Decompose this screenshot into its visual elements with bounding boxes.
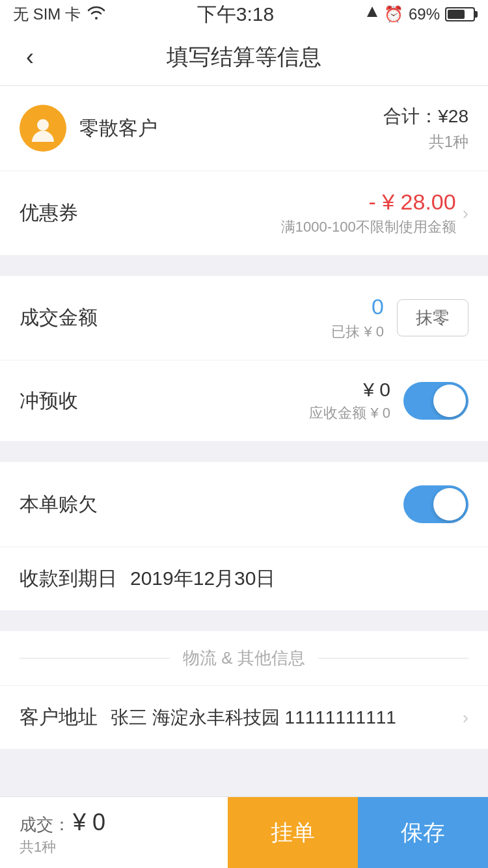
customer-section: 零散客户 合计：¥28 共1种 优惠券 - ¥ 28.00 满1000-100不… (0, 86, 488, 255)
coupon-right: - ¥ 28.00 满1000-100不限制使用金额 › (281, 189, 468, 237)
save-button[interactable]: 保存 (358, 797, 488, 869)
deal-amount-label: 成交金额 (20, 305, 98, 331)
coupon-value: - ¥ 28.00 满1000-100不限制使用金额 (281, 189, 456, 237)
alarm-icon: ⏰ (384, 5, 403, 23)
nav-bar: ‹ 填写结算等信息 (0, 29, 488, 86)
logistics-line-right (318, 658, 468, 658)
status-right: ⏰ 69% (366, 5, 475, 23)
logistics-header: 物流 & 其他信息 (0, 631, 488, 685)
customer-name: 零散客户 (79, 115, 157, 142)
battery-icon (445, 7, 475, 21)
prepay-sub: 应收金额 ¥ 0 (309, 403, 390, 423)
bottom-deal-amount: ¥ 0 (73, 809, 105, 836)
chevron-right-icon: › (463, 203, 468, 224)
battery-percent: 69% (409, 5, 440, 23)
pending-button[interactable]: 挂单 (228, 797, 358, 869)
address-label: 客户地址 (20, 704, 98, 731)
section-divider-3 (0, 621, 488, 631)
customer-total: 合计：¥28 (383, 104, 468, 129)
credit-toggle[interactable] (403, 485, 468, 523)
section-divider-1 (0, 265, 488, 276)
deal-amount-row: 成交金额 0 已抹 ¥ 0 抹零 (0, 276, 488, 360)
avatar (20, 105, 66, 152)
due-date-value: 2019年12月30日 (130, 565, 275, 592)
customer-left: 零散客户 (20, 105, 157, 152)
bottom-bar: 成交： ¥ 0 共1种 挂单 保存 (0, 796, 488, 868)
back-button[interactable]: ‹ (20, 37, 40, 77)
svg-point-0 (37, 119, 49, 131)
coupon-amount: - ¥ 28.00 (281, 189, 456, 215)
deal-value: 0 已抹 ¥ 0 (331, 294, 384, 342)
status-time: 下午3:18 (197, 1, 274, 28)
deal-amount-value[interactable]: 0 (331, 294, 384, 319)
round-off-button[interactable]: 抹零 (397, 299, 468, 336)
prepayment-label: 冲预收 (20, 388, 78, 414)
credit-label: 本单赊欠 (20, 491, 98, 518)
wifi-icon (87, 5, 105, 23)
address-value: 张三 海淀永丰科技园 11111111111 (111, 705, 463, 730)
content: 零散客户 合计：¥28 共1种 优惠券 - ¥ 28.00 满1000-100不… (0, 86, 488, 837)
coupon-description: 满1000-100不限制使用金额 (281, 217, 456, 237)
carrier-text: 无 SIM 卡 (13, 4, 81, 25)
bottom-deal-count: 共1种 (20, 837, 208, 857)
address-chevron-icon: › (463, 707, 468, 728)
prepay-value: ¥ 0 应收金额 ¥ 0 (309, 379, 390, 423)
deal-right: 0 已抹 ¥ 0 抹零 (331, 294, 468, 342)
customer-right: 合计：¥28 共1种 (383, 104, 468, 152)
toggle-knob (433, 385, 466, 417)
bottom-summary: 成交： ¥ 0 共1种 (0, 809, 228, 857)
prepayment-row: 冲预收 ¥ 0 应收金额 ¥ 0 (0, 360, 488, 441)
page-title: 填写结算等信息 (167, 42, 321, 72)
bottom-deal-label: 成交： (20, 813, 70, 836)
credit-section: 本单赊欠 收款到期日 2019年12月30日 (0, 462, 488, 610)
logistics-label: 物流 & 其他信息 (183, 647, 305, 670)
deal-sub-text: 已抹 ¥ 0 (331, 322, 384, 342)
coupon-label: 优惠券 (20, 200, 78, 226)
due-date-row[interactable]: 收款到期日 2019年12月30日 (0, 547, 488, 610)
prepayment-toggle[interactable] (403, 382, 468, 420)
location-icon (366, 5, 379, 23)
customer-count: 共1种 (383, 131, 468, 152)
coupon-row[interactable]: 优惠券 - ¥ 28.00 满1000-100不限制使用金额 › (0, 170, 488, 255)
customer-row: 零散客户 合计：¥28 共1种 (0, 86, 488, 170)
credit-toggle-knob (433, 488, 466, 521)
prepay-right: ¥ 0 应收金额 ¥ 0 (309, 379, 468, 423)
deal-prepay-section: 成交金额 0 已抹 ¥ 0 抹零 冲预收 ¥ 0 应收金额 ¥ 0 (0, 276, 488, 441)
due-date-label: 收款到期日 (20, 565, 117, 592)
credit-row: 本单赊欠 (0, 462, 488, 547)
status-left: 无 SIM 卡 (13, 4, 105, 25)
address-row[interactable]: 客户地址 张三 海淀永丰科技园 11111111111 › (0, 685, 488, 749)
status-bar: 无 SIM 卡 下午3:18 ⏰ 69% (0, 0, 488, 29)
prepay-amount: ¥ 0 (309, 379, 390, 401)
logistics-line-left (20, 658, 170, 658)
section-divider-2 (0, 452, 488, 462)
logistics-section: 物流 & 其他信息 客户地址 张三 海淀永丰科技园 11111111111 › (0, 631, 488, 749)
